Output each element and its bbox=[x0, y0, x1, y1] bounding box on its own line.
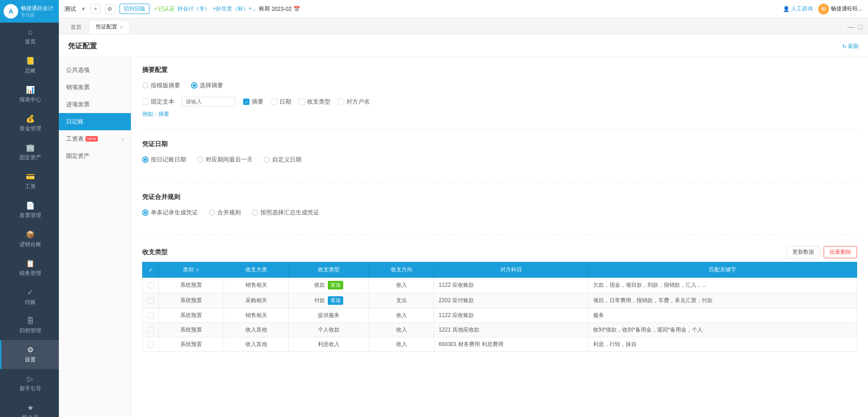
sidebar-item-label: 固定资产 bbox=[19, 154, 41, 161]
sidebar-item-member[interactable]: ★ 畅会员 bbox=[0, 398, 59, 417]
sidebar-item-funds[interactable]: 💰 资金管理 bbox=[0, 109, 59, 138]
merge-rule-option[interactable]: 合并规则 bbox=[209, 208, 241, 217]
cell-direction: 支出 bbox=[369, 293, 434, 308]
cell-income-type: 个人收款 bbox=[289, 323, 369, 337]
summary-select-option[interactable]: 选择摘要 bbox=[191, 81, 223, 90]
topbar-right: 👤 人工咨询 畅 畅捷通旺旺... bbox=[783, 4, 863, 14]
sidebar-item-closing[interactable]: ✓ 结账 bbox=[0, 283, 59, 312]
sidebar-logo: A 畅捷通好会计 专业版 bbox=[0, 0, 59, 23]
sidebar-item-invoice-mgmt[interactable]: 📄 发票管理 bbox=[0, 196, 59, 225]
batch-delete-button[interactable]: 批量删除 bbox=[824, 246, 857, 258]
sidebar-item-label: 设置 bbox=[25, 356, 36, 364]
single-record-radio[interactable] bbox=[142, 209, 149, 216]
left-nav-salary-table[interactable]: 工资表 NEW › bbox=[59, 130, 131, 147]
date-checkbox[interactable] bbox=[271, 99, 277, 105]
sidebar-item-home[interactable]: ⌂ 首页 bbox=[0, 23, 59, 51]
left-nav-public[interactable]: 公共选项 bbox=[59, 62, 131, 79]
journal-date-radio[interactable] bbox=[142, 156, 149, 163]
fixed-text-input[interactable] bbox=[182, 97, 236, 107]
help-icon: 👤 bbox=[783, 6, 790, 12]
sidebar-item-archive[interactable]: 🗄 归档管理 bbox=[0, 312, 59, 340]
calendar-icon[interactable]: 📅 bbox=[293, 6, 300, 12]
period-last-option[interactable]: 对应期间最后一天 bbox=[197, 156, 253, 164]
home-icon: ⌂ bbox=[28, 28, 33, 36]
tab-home[interactable]: 首页 bbox=[64, 21, 88, 34]
left-nav-fixed-assets[interactable]: 固定资产 bbox=[59, 147, 131, 165]
row-checkbox[interactable] bbox=[148, 327, 154, 333]
sidebar-item-guide[interactable]: ▷ 新手引导 bbox=[0, 369, 59, 398]
table-row: 系统预置收入其他个人收款收入1221 其他应收款收到*借款，收到*备用金，退回*… bbox=[143, 323, 857, 337]
income-expense-title: 收支类型 bbox=[142, 248, 168, 256]
income-type-checkbox-item[interactable]: 收支类型 bbox=[298, 98, 331, 106]
merge-rule-label: 合并规则 bbox=[217, 208, 241, 217]
sidebar-item-label: 首页 bbox=[25, 38, 36, 46]
left-nav-sales-invoice[interactable]: 销项发票 bbox=[59, 79, 131, 96]
summary-template-radio[interactable] bbox=[142, 82, 149, 89]
sidebar-item-label: 进销台账 bbox=[19, 241, 41, 248]
sidebar-item-salary[interactable]: 💳 工资 bbox=[0, 167, 59, 196]
select-total-option[interactable]: 按照选择汇总生成凭证 bbox=[252, 208, 319, 217]
refresh-button[interactable]: ↻ 刷新 bbox=[842, 43, 859, 50]
counterparty-checkbox[interactable] bbox=[338, 99, 344, 105]
tab-voucher-config[interactable]: 凭证配置 × bbox=[89, 20, 129, 34]
reports-icon: 📊 bbox=[26, 85, 35, 94]
summary-checkbox-item[interactable]: ✓ 摘要 bbox=[243, 98, 264, 106]
update-data-button[interactable]: 更新数据 bbox=[786, 246, 820, 258]
tab-close-icon[interactable]: × bbox=[120, 24, 123, 30]
date-checkbox-item[interactable]: 日期 bbox=[271, 98, 291, 106]
fixed-text-checkbox[interactable] bbox=[142, 99, 149, 105]
sidebar-item-tax[interactable]: 📋 税务管理 bbox=[0, 254, 59, 283]
funds-icon: 💰 bbox=[26, 114, 35, 123]
select-all-checkbox[interactable]: ✓ bbox=[148, 267, 154, 273]
cell-category: 系统预置 bbox=[159, 278, 224, 293]
summary-checkbox[interactable]: ✓ bbox=[243, 99, 249, 105]
archive-icon: 🗄 bbox=[27, 317, 34, 325]
income-type-checkbox[interactable] bbox=[298, 99, 305, 105]
row-checkbox[interactable] bbox=[148, 298, 154, 304]
custom-date-option[interactable]: 自定义日期 bbox=[264, 156, 302, 164]
summary-select-radio[interactable] bbox=[191, 82, 197, 89]
date-label: 日期 bbox=[279, 98, 291, 106]
minimize-icon[interactable]: — bbox=[847, 23, 854, 34]
th-checkbox: ✓ bbox=[143, 262, 159, 278]
company-switch-icon[interactable]: ▼ bbox=[81, 6, 86, 12]
counterparty-label: 对方户名 bbox=[346, 98, 370, 106]
sidebar-item-settings[interactable]: ⚙ 设置 bbox=[0, 340, 59, 369]
single-record-option[interactable]: 单条记录生成凭证 bbox=[142, 208, 198, 217]
sidebar-item-ledger[interactable]: 📒 总账 bbox=[0, 51, 59, 80]
cell-account: 1122 应收账款 bbox=[434, 308, 588, 323]
fixed-text-checkbox-item[interactable]: 固定文本 bbox=[142, 98, 174, 106]
period-last-label: 对应期间最后一天 bbox=[206, 156, 253, 164]
summary-select-label: 选择摘要 bbox=[200, 81, 223, 90]
left-nav-purchase-invoice[interactable]: 进项发票 bbox=[59, 96, 131, 113]
old-version-button[interactable]: 切到旧版 bbox=[120, 4, 149, 14]
select-total-radio[interactable] bbox=[252, 209, 258, 216]
user-menu[interactable]: 畅 畅捷通旺旺... bbox=[818, 4, 863, 14]
sidebar-item-assets[interactable]: 🏢 固定资产 bbox=[0, 138, 59, 167]
journal-date-option[interactable]: 按日记账日期 bbox=[142, 156, 186, 164]
custom-date-radio[interactable] bbox=[264, 156, 270, 163]
cell-income-type: 付款 置顶 bbox=[289, 293, 369, 308]
row-checkbox[interactable] bbox=[148, 313, 154, 319]
certified-tag: ✓已认证 bbox=[154, 5, 175, 13]
add-button[interactable]: + bbox=[91, 4, 101, 14]
sidebar-item-purchase[interactable]: 📦 进销台账 bbox=[0, 225, 59, 254]
th-major-type: 收支大类 bbox=[224, 262, 289, 278]
cell-direction: 收入 bbox=[369, 308, 434, 323]
row-checkbox[interactable] bbox=[148, 341, 154, 348]
settings-button[interactable]: ⚙ bbox=[105, 4, 115, 14]
top-tag-button[interactable]: 置顶 bbox=[328, 281, 343, 289]
example-text: 例如：摘要 bbox=[142, 110, 857, 118]
period-last-radio[interactable] bbox=[197, 156, 203, 163]
merge-rule-radio[interactable] bbox=[209, 209, 215, 216]
top-tag-button[interactable]: 置顶 bbox=[328, 296, 343, 305]
left-nav-journal[interactable]: 日记账 bbox=[59, 113, 131, 130]
left-nav-salary-table-label: 工资表 bbox=[66, 135, 84, 143]
summary-template-option[interactable]: 按模版摘要 bbox=[142, 81, 180, 90]
sidebar-item-reports[interactable]: 📊 报表中心 bbox=[0, 80, 59, 109]
maximize-icon[interactable]: □ bbox=[858, 23, 863, 34]
salary-icon: 💳 bbox=[26, 172, 35, 181]
counterparty-checkbox-item[interactable]: 对方户名 bbox=[338, 98, 370, 106]
row-checkbox[interactable] bbox=[148, 282, 154, 289]
help-button[interactable]: 👤 人工咨询 bbox=[783, 5, 813, 13]
